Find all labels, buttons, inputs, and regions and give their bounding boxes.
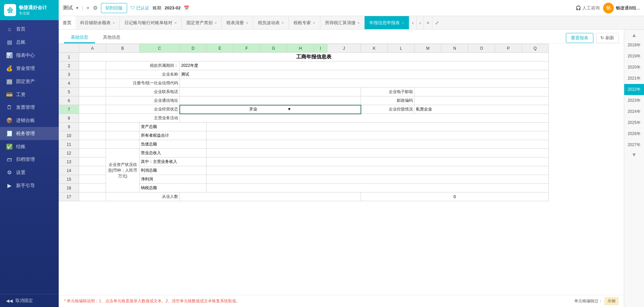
cell-9-a[interactable] [79,123,106,131]
sidebar-item-inout[interactable]: 📦 进销台账 [0,114,59,127]
cell-6-addr[interactable] [180,96,361,105]
col-header-h[interactable]: H [287,44,314,53]
cell-15-a[interactable] [79,175,106,184]
topbar-add-icon[interactable]: + [86,5,89,11]
col-header-p[interactable]: P [495,44,522,53]
year-item-2024[interactable]: 2024年 [624,106,644,117]
sidebar-item-salary[interactable]: 💳 工资 [0,88,59,101]
col-header-e[interactable]: E [207,44,233,53]
cell-3-value[interactable]: 测试 [180,70,549,79]
tab-journal[interactable]: 日记账与银行对账单核对 × [120,16,181,30]
grid-container[interactable]: A B C D E F G H I J K L M [59,44,624,295]
cell-11-value[interactable] [207,140,549,149]
cell-7-status[interactable]: 开业 ▼ [180,105,361,114]
year-item-2025[interactable]: 2025年 [624,117,644,128]
tab-home[interactable]: 首页 [59,16,75,30]
customer-service[interactable]: 🎧 人工咨询 [576,5,600,11]
cell-8-a[interactable] [79,114,106,123]
cell-10-a[interactable] [79,131,106,140]
sidebar-item-settings[interactable]: ⚙ 设置 [0,166,59,179]
tab-incometax[interactable]: 所得税汇算清缴 × [320,16,365,30]
cell-11-b[interactable] [106,140,140,149]
sidebar-item-tax[interactable]: 🧾 税务管理 [0,127,59,140]
cell-6-zip[interactable] [415,96,549,105]
cell-17-value[interactable] [180,192,361,201]
cell-1-title[interactable]: 工商年报信息表 [79,53,549,61]
year-item-2026[interactable]: 2026年 [624,128,644,139]
col-header-a[interactable]: A [79,44,106,53]
tab-expand-button[interactable]: ⤢ [432,16,442,30]
col-header-i[interactable]: I [314,44,327,53]
year-item-2023[interactable]: 2023年 [624,95,644,106]
cell-7-a[interactable] [79,105,106,114]
cell-10-b[interactable] [106,131,140,140]
cell-14-a[interactable] [79,166,106,175]
cell-17-a[interactable] [79,192,106,201]
tab-annualreport[interactable]: 年报信息申报表 × [365,16,409,30]
col-header-k[interactable]: K [361,44,388,53]
col-header-l[interactable]: L [388,44,415,53]
sidebar-item-home[interactable]: ⌂ 首页 [0,23,59,36]
tab-aux[interactable]: 科目辅助余额表 × [75,16,120,30]
tab-prev-button[interactable]: ‹ [409,16,417,30]
cell-5-phone[interactable] [180,88,361,96]
cell-8-value[interactable] [180,114,549,123]
sidebar-item-settle[interactable]: ✅ 结账 [0,140,59,153]
col-header-o[interactable]: O [468,44,495,53]
cell-2-a[interactable] [79,61,106,70]
col-header-f[interactable]: F [233,44,260,53]
cell-14-value[interactable] [207,166,549,175]
sidebar-pin[interactable]: ◀◀ 取消固定 [0,294,59,307]
cell-3-a[interactable] [79,70,106,79]
tab-fixed[interactable]: 固定资产类别 × [182,16,222,30]
cell-16-a[interactable] [79,184,106,192]
tab-taxreturn-close[interactable]: × [246,21,248,25]
sidebar-item-guide[interactable]: ▶ 新手引导 [0,179,59,192]
tab-taxfluct-close[interactable]: × [282,21,284,25]
col-header-g[interactable]: G [260,44,287,53]
tab-taxexpert-close[interactable]: × [313,21,315,25]
col-header-n[interactable]: N [441,44,468,53]
year-item-2018[interactable]: 2018年 [624,40,644,51]
cell-5-email[interactable] [415,88,549,96]
col-header-d[interactable]: D [180,44,207,53]
tab-taxexpert[interactable]: 税检专家 × [289,16,320,30]
cell-4-a[interactable] [79,79,106,88]
cell-16-value[interactable] [207,184,549,192]
cell-5-a[interactable] [79,88,106,96]
tab-journal-close[interactable]: × [174,21,176,25]
topbar-settings-icon[interactable]: ⚙ [93,5,98,11]
cell-10-value[interactable] [207,131,549,140]
cell-9-b[interactable] [106,123,140,131]
tab-incometax-close[interactable]: × [358,21,360,25]
sidebar-item-ledger[interactable]: ▤ 总账 [0,36,59,49]
col-header-m[interactable]: M [415,44,441,53]
cell-15-value[interactable] [207,175,549,184]
sidebar-item-report[interactable]: 📊 报表中心 [0,49,59,62]
cell-12-value[interactable] [207,149,549,158]
cell-13-value[interactable] [207,158,549,166]
cell-12-a[interactable] [79,149,106,158]
cell-2-value[interactable]: 2022年度 [180,61,549,70]
tab-annualreport-close[interactable]: × [402,21,404,25]
year-item-2022[interactable]: 2022年 [624,84,644,95]
tab-taxfluct[interactable]: 税负波动表 × [253,16,289,30]
year-item-2019[interactable]: 2019年 [624,51,644,62]
col-header-j[interactable]: J [327,44,361,53]
year-item-2027[interactable]: 2027年 [624,139,644,150]
cell-17-number[interactable]: 0 [361,192,549,201]
col-header-b[interactable]: B [106,44,140,53]
sidebar-item-invoice[interactable]: 🗒 发票管理 [0,101,59,114]
old-version-button[interactable]: 切到旧版 [101,3,127,13]
col-header-c[interactable]: C [140,44,180,53]
calendar-icon[interactable]: 📅 [184,5,189,10]
cell-4-value[interactable] [180,79,549,88]
cell-11-a[interactable] [79,140,106,149]
sidebar-item-fund[interactable]: 💰 资金管理 [0,62,59,75]
cell-7-control[interactable]: 私营企业 [415,105,549,114]
cell-13-a[interactable] [79,158,106,166]
user-menu[interactable]: 畅 畅捷通B组... [603,3,640,13]
cell-9-value[interactable] [207,123,549,131]
topbar-dropdown-icon[interactable]: ▾ [76,5,78,10]
year-item-2021[interactable]: 2021年 [624,73,644,84]
